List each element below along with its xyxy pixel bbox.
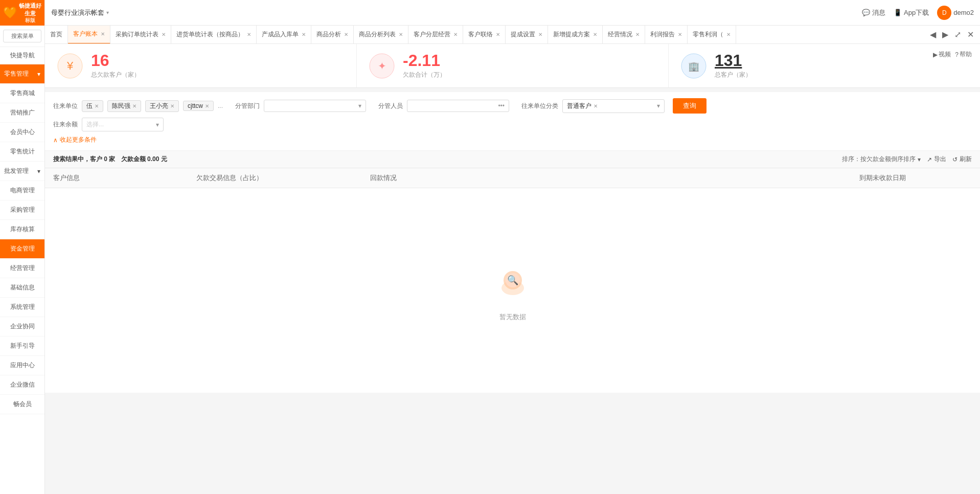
tab-prompt-settings[interactable]: 提成设置 ✕ [506,26,548,44]
close-icon[interactable]: ✕ [538,32,542,37]
sidebar-item-marketing[interactable]: 营销推广 [0,103,44,123]
empty-illustration: 🔍 [492,260,533,301]
sidebar-item-inventory-check[interactable]: 库存核算 [0,220,44,239]
app-download-button[interactable]: 📱 App下载 [894,8,929,17]
video-link[interactable]: ▶ 视频 [933,50,951,59]
tab-customer-tier-mgmt[interactable]: 客户分层经营 ✕ [408,26,463,44]
remove-tag-chen[interactable]: ✕ [132,103,136,109]
more-options-icon[interactable]: ••• [498,102,505,109]
stat-text-overdue-amount: -2.11 欠款合计（万） [403,52,446,79]
remove-tag-normal-customer[interactable]: ✕ [594,103,598,109]
chevron-down-icon: ▾ [358,102,361,109]
close-icon[interactable]: ✕ [162,32,166,37]
sort-selector[interactable]: 排序：按欠款金额倒序排序 ▾ [842,155,921,164]
table-empty-state: 🔍 暂无数据 [45,188,980,393]
close-icon[interactable]: ✕ [344,32,348,37]
help-icon: ? [955,51,959,58]
collapse-filter-button[interactable]: ∧ 收起更多条件 [53,136,972,144]
filter-balance-select[interactable]: 选择... ▾ [82,118,164,131]
remove-tag-wu[interactable]: ✕ [95,103,99,109]
refresh-button[interactable]: ↺ 刷新 [952,155,972,164]
tab-new-prompt-plan[interactable]: 新增提成方案 ✕ [548,26,603,44]
tab-product-analysis-list[interactable]: 商品分析列表 ✕ [354,26,408,44]
sidebar-item-member-center[interactable]: 会员中心 [0,123,44,142]
tab-label: 首页 [50,30,62,39]
close-icon[interactable]: ✕ [399,32,403,37]
remove-tag-wang[interactable]: ✕ [170,103,174,109]
message-label: 消息 [872,8,885,17]
chevron-down-icon: ▾ [106,10,109,15]
close-icon[interactable]: ✕ [101,31,105,37]
tab-purchase-stats-by-product[interactable]: 进货单统计表（按商品） ✕ [171,26,257,44]
stat-bg-icon-3: 🏢 [681,53,706,79]
tab-operation-status[interactable]: 经营情况 ✕ [603,26,645,44]
close-icon[interactable]: ✕ [247,32,251,37]
sidebar-item-operations-mgmt[interactable]: 经营管理 [0,259,44,278]
filter-area: 往来单位 伍 ✕ 陈民强 ✕ 王小亮 ✕ cjttcw ✕ ... [45,92,980,151]
sidebar-item-retail-stats[interactable]: 零售统计 [0,142,44,162]
query-button[interactable]: 查询 [673,98,706,114]
svg-text:✦: ✦ [378,60,386,72]
tab-scroll-left-button[interactable]: ◀ [928,29,938,40]
chevron-up-icon: ∧ [53,137,58,144]
close-icon[interactable]: ✕ [678,32,682,37]
close-icon[interactable]: ✕ [496,32,500,37]
close-icon[interactable]: ✕ [635,32,640,37]
empty-text: 暂无数据 [499,312,526,322]
close-icon[interactable]: ✕ [593,32,597,37]
sidebar-item-retail-mall[interactable]: 零售商城 [0,84,44,103]
sidebar-item-enterprise-wechat[interactable]: 企业微信 [0,375,44,395]
remove-tag-cjttcw[interactable]: ✕ [205,103,209,109]
help-link[interactable]: ? 帮助 [955,50,972,59]
stat-label: 总客户（家） [715,71,751,79]
message-button[interactable]: 💬 消息 [862,8,885,17]
chevron-down-icon: ▾ [918,156,921,163]
tab-label: 提成设置 [511,30,535,39]
sidebar-item-quick-nav[interactable]: 快捷导航 [0,47,44,64]
sidebar-item-ecommerce-mgmt[interactable]: 电商管理 [0,181,44,200]
sidebar-item-retail-mgmt[interactable]: 零售管理 ▾ [0,64,44,84]
collapse-filter-label: 收起更多条件 [60,136,97,144]
sidebar-item-purchase-mgmt[interactable]: 采购管理 [0,200,44,220]
sidebar-item-finance-mgmt[interactable]: 资金管理 [0,239,44,259]
tab-maximize-button[interactable]: ⤢ [952,29,963,40]
filter-person-select[interactable]: ••• [407,100,509,112]
tab-home[interactable]: 首页 [45,26,68,44]
close-icon[interactable]: ✕ [302,32,306,37]
export-button[interactable]: ↗ 导出 [927,155,946,164]
tab-close-all-button[interactable]: ✕ [965,29,976,40]
filter-class-select[interactable]: 普通客户 ✕ ▾ [562,99,665,113]
close-icon[interactable]: ✕ [453,32,458,37]
sidebar-item-batch-mgmt[interactable]: 批发管理 ▾ [0,162,44,181]
sidebar-item-app-center[interactable]: 应用中心 [0,356,44,375]
tab-scroll-right-button[interactable]: ▶ [940,29,950,40]
tab-label: 采购订单统计表 [116,30,158,39]
sidebar-search-area[interactable]: 搜索菜单 [0,26,44,47]
tab-customer-capital[interactable]: 客户账本 ✕ [68,26,110,44]
filter-tag-normal-customer: 普通客户 ✕ [567,102,598,110]
filter-dept-select[interactable]: ▾ [264,100,366,112]
table-col-overdue-info: 欠款交易信息（占比） [196,173,370,183]
tab-customer-contact[interactable]: 客户联络 ✕ [463,26,506,44]
sidebar-item-new-guide[interactable]: 新手引导 [0,336,44,356]
video-icon: ▶ [933,51,938,58]
sidebar-item-member[interactable]: 畅会员 [0,395,44,414]
user-profile-button[interactable]: D demo2 [937,6,974,20]
search-results-bar: 搜索结果中，客户 0 家 欠款金额 0.00 元 排序：按欠款金额倒序排序 ▾ … [45,151,980,168]
account-selector[interactable]: 母婴行业演示帐套 ▾ [51,8,109,17]
sidebar-item-system-mgmt[interactable]: 系统管理 [0,298,44,317]
tab-product-analysis[interactable]: 商品分析 ✕ [311,26,354,44]
tab-profit-report[interactable]: 利润报告 ✕ [645,26,688,44]
tab-purchase-order-stats[interactable]: 采购订单统计表 ✕ [110,26,171,44]
stat-number: 131 [715,52,751,69]
stat-number: -2.11 [403,52,446,69]
sidebar-item-basic-info[interactable]: 基础信息 [0,278,44,298]
stat-number: 16 [91,52,140,69]
sidebar-item-enterprise-collab[interactable]: 企业协同 [0,317,44,336]
search-menu-button[interactable]: 搜索菜单 [3,30,41,42]
close-icon[interactable]: ✕ [726,32,731,37]
tab-product-inbound[interactable]: 产成品入库单 ✕ [257,26,311,44]
tab-retail-profit[interactable]: 零售利润（ ✕ [688,26,736,44]
filter-more-tags[interactable]: ... [218,102,223,109]
svg-text:🔍: 🔍 [507,275,519,286]
